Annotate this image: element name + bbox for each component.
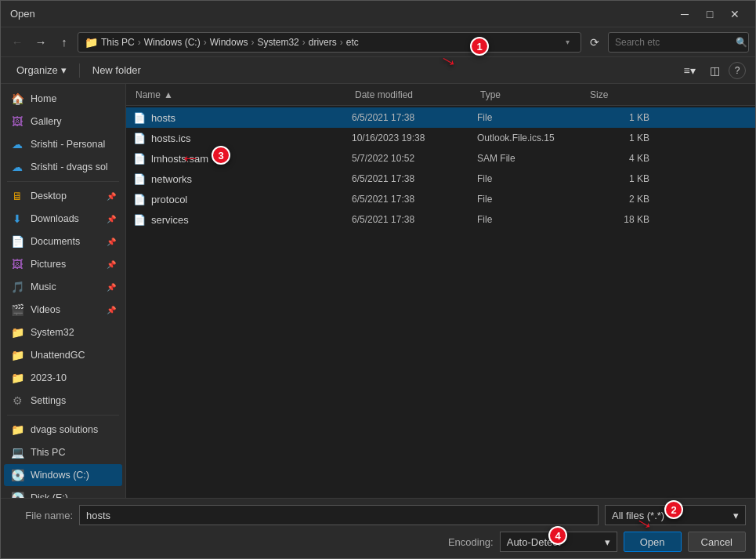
- nav-bar: ← → ↑ 📁 This PC › Windows (C:) › Windows…: [1, 27, 755, 57]
- sidebar-item-disk-e[interactable]: 💽 Disk (E:): [4, 487, 122, 498]
- minimize-button[interactable]: ─: [674, 5, 696, 23]
- title-bar-controls: ─ □ ✕: [674, 5, 746, 23]
- sidebar-item-unattendgc[interactable]: 📁 UnattendGC: [4, 344, 122, 366]
- file-size-services: 18 KB: [587, 214, 649, 225]
- file-type-protocol: File: [477, 194, 587, 205]
- up-button[interactable]: ↑: [54, 32, 74, 53]
- sidebar-label-unattendgc: UnattendGC: [31, 350, 116, 361]
- file-date-networks: 6/5/2021 17:38: [352, 173, 477, 184]
- sidebar-item-system32[interactable]: 📁 System32: [4, 321, 122, 343]
- back-button[interactable]: ←: [7, 32, 27, 53]
- refresh-button[interactable]: ⟳: [584, 32, 605, 53]
- sidebar-item-windows-c[interactable]: 💽 Windows (C:): [4, 464, 122, 486]
- close-button[interactable]: ✕: [724, 5, 746, 23]
- sidebar-item-2023-10[interactable]: 📁 2023-10: [4, 367, 122, 389]
- path-thispc[interactable]: This PC: [101, 37, 135, 48]
- sidebar-item-documents[interactable]: 📄 Documents 📌: [4, 230, 122, 252]
- file-name-protocol: protocol: [151, 194, 352, 205]
- thispc-icon: 💻: [10, 445, 24, 459]
- sidebar-label-downloads: Downloads: [31, 213, 100, 224]
- sidebar-label-pictures: Pictures: [31, 259, 100, 270]
- home-icon: 🏠: [10, 92, 24, 106]
- sidebar-item-pictures[interactable]: 🖼 Pictures 📌: [4, 253, 122, 275]
- address-bar[interactable]: 📁 This PC › Windows (C:) › Windows › Sys…: [78, 32, 581, 53]
- file-type-hosts-ics: Outlook.File.ics.15: [477, 132, 587, 143]
- disk-e-icon: 💽: [10, 491, 24, 498]
- forward-button[interactable]: →: [31, 32, 51, 53]
- maximize-button[interactable]: □: [699, 5, 721, 23]
- file-row-hosts[interactable]: 📄 hosts 6/5/2021 17:38 File 1 KB: [126, 107, 755, 128]
- search-input[interactable]: [615, 37, 732, 48]
- path-etc[interactable]: etc: [346, 37, 359, 48]
- column-header-size[interactable]: Size: [587, 89, 649, 100]
- help-button[interactable]: ?: [729, 62, 746, 79]
- address-dropdown-button[interactable]: ▾: [560, 32, 574, 53]
- sidebar-item-srishti-dvags[interactable]: ☁ Srishti - dvags sol: [4, 156, 122, 178]
- sidebar-item-home[interactable]: 🏠 Home: [4, 88, 122, 110]
- file-icon-protocol: 📄: [132, 192, 146, 206]
- sidebar-label-music: Music: [31, 281, 100, 292]
- view-button[interactable]: ≡▾: [678, 60, 700, 81]
- encoding-dropdown[interactable]: Auto-Detect ▾: [500, 532, 617, 552]
- sidebar-item-gallery[interactable]: 🖼 Gallery: [4, 111, 122, 132]
- path-system32[interactable]: System32: [257, 37, 298, 48]
- sidebar-item-videos[interactable]: 🎬 Videos 📌: [4, 299, 122, 321]
- filetype-dropdown[interactable]: All files (*.*) ▾: [605, 505, 746, 525]
- file-type-services: File: [477, 214, 587, 225]
- title-bar: Open ─ □ ✕: [1, 1, 755, 27]
- preview-button[interactable]: ◫: [704, 60, 725, 81]
- file-name-hosts: hosts: [151, 112, 352, 124]
- path-drivers[interactable]: drivers: [309, 37, 337, 48]
- address-folder-icon: 📁: [85, 36, 98, 49]
- sidebar-item-music[interactable]: 🎵 Music 📌: [4, 276, 122, 298]
- file-type-hosts: File: [477, 112, 587, 123]
- path-windows[interactable]: Windows: [210, 37, 248, 48]
- music-icon: 🎵: [10, 280, 24, 294]
- file-row-lmhosts[interactable]: 📄 lmhosts.sam 5/7/2022 10:52 SAM File 4 …: [126, 148, 755, 169]
- main-content: 🏠 Home 🖼 Gallery ☁ Srishti - Personal ☁ …: [1, 84, 755, 498]
- open-button[interactable]: Open: [624, 532, 682, 552]
- pin-icon-documents: 📌: [107, 238, 116, 246]
- sidebar-item-downloads[interactable]: ⬇ Downloads 📌: [4, 208, 122, 230]
- toolbar-right: ≡▾ ◫ ?: [678, 60, 746, 81]
- file-icon-services: 📄: [132, 212, 146, 227]
- bottom-bar: File name: All files (*.*) ▾ Encoding: A…: [1, 498, 755, 558]
- pin-icon-pictures: 📌: [107, 260, 116, 269]
- column-header-name[interactable]: Name ▲: [132, 89, 352, 100]
- sidebar-item-desktop[interactable]: 🖥 Desktop 📌: [4, 185, 122, 207]
- toolbar: Organize ▾ New folder ≡▾ ◫ ?: [1, 57, 755, 84]
- search-box: 🔍: [608, 32, 749, 53]
- file-row-protocol[interactable]: 📄 protocol 6/5/2021 17:38 File 2 KB: [126, 189, 755, 209]
- sidebar-item-srishti-personal[interactable]: ☁ Srishti - Personal: [4, 133, 122, 155]
- file-area: Name ▲ Date modified Type Size 📄 hosts 6…: [126, 84, 755, 498]
- file-list-header: Name ▲ Date modified Type Size: [126, 84, 755, 106]
- sidebar-item-dvags-solutions[interactable]: 📁 dvags solutions: [4, 419, 122, 441]
- file-row-hosts-ics[interactable]: 📄 hosts.ics 10/16/2023 19:38 Outlook.Fil…: [126, 128, 755, 148]
- new-folder-button[interactable]: New folder: [86, 60, 147, 81]
- sidebar-item-thispc[interactable]: 💻 This PC: [4, 441, 122, 463]
- cancel-button[interactable]: Cancel: [688, 532, 746, 552]
- sidebar-label-system32: System32: [31, 327, 116, 338]
- sidebar-label-windows-c: Windows (C:): [31, 470, 116, 481]
- unattendgc-icon: 📁: [10, 348, 24, 362]
- sidebar-label-videos: Videos: [31, 304, 100, 315]
- file-icon-networks: 📄: [132, 172, 146, 186]
- sidebar-label-dvags-solutions: dvags solutions: [31, 424, 116, 435]
- organize-button[interactable]: Organize ▾: [10, 60, 73, 81]
- cloud-icon-1: ☁: [10, 137, 24, 151]
- file-row-networks[interactable]: 📄 networks 6/5/2021 17:38 File 1 KB: [126, 169, 755, 189]
- sidebar-label-srishti-dvags: Srishti - dvags sol: [31, 162, 116, 172]
- sidebar-item-settings[interactable]: ⚙ Settings: [4, 390, 122, 412]
- column-header-date[interactable]: Date modified: [352, 89, 477, 100]
- sidebar: 🏠 Home 🖼 Gallery ☁ Srishti - Personal ☁ …: [1, 84, 126, 498]
- filename-input[interactable]: [79, 505, 599, 525]
- file-size-networks: 1 KB: [587, 173, 649, 184]
- file-name-lmhosts: lmhosts.sam: [151, 153, 352, 165]
- path-windows-c[interactable]: Windows (C:): [144, 37, 201, 48]
- search-icon: 🔍: [736, 37, 747, 48]
- encoding-label: Encoding:: [448, 536, 494, 548]
- file-row-services[interactable]: 📄 services 6/5/2021 17:38 File 18 KB: [126, 209, 755, 230]
- file-name-hosts-ics: hosts.ics: [151, 132, 352, 144]
- column-header-type[interactable]: Type: [477, 89, 587, 100]
- file-icon-hosts: 📄: [132, 111, 146, 125]
